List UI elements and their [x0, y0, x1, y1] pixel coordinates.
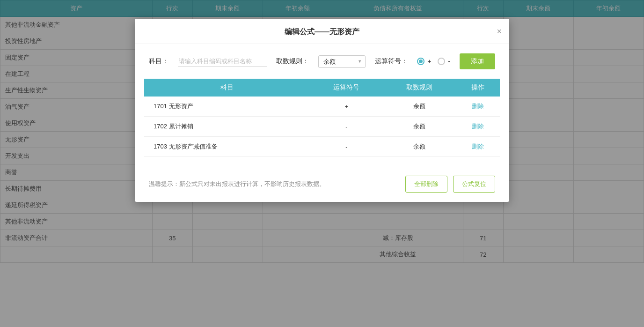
operator-plus-label: +: [427, 58, 431, 65]
modal-overlay: 编辑公式——无形资产 × 科目： 取数规则： 余额 借方发生额 贷方发生额 运算…: [0, 0, 644, 327]
formula-subject: 1702 累计摊销: [144, 117, 310, 137]
subject-input[interactable]: [178, 56, 267, 67]
radio-minus-circle: [438, 58, 445, 65]
th-subject: 科目: [144, 79, 310, 97]
edit-formula-modal: 编辑公式——无形资产 × 科目： 取数规则： 余额 借方发生额 贷方发生额 运算…: [135, 19, 509, 202]
formula-row: 1703 无形资产减值准备 - 余额 删除: [144, 137, 500, 157]
modal-header: 编辑公式——无形资产 ×: [135, 19, 509, 44]
modal-footer: 温馨提示：新公式只对未出报表进行计算，不影响历史报表数据。 全部删除 公式复位: [135, 166, 509, 202]
operator-minus-label: -: [448, 58, 450, 65]
formula-subject: 1703 无形资产减值准备: [144, 137, 310, 157]
subject-label: 科目：: [149, 57, 168, 66]
formula-form: 科目： 取数规则： 余额 借方发生额 贷方发生额 运算符号： +: [135, 44, 509, 79]
th-operator: 运算符号: [310, 79, 383, 97]
operator-label: 运算符号：: [375, 57, 408, 66]
formula-operator: -: [310, 137, 383, 157]
formula-operator: +: [310, 97, 383, 117]
th-action: 操作: [455, 79, 500, 97]
delete-link[interactable]: 删除: [472, 103, 484, 110]
formula-operator: -: [310, 117, 383, 137]
formula-rule: 余额: [383, 117, 455, 137]
footer-tip: 温馨提示：新公式只对未出报表进行计算，不影响历史报表数据。: [149, 180, 325, 188]
formula-row: 1701 无形资产 + 余额 删除: [144, 97, 500, 117]
formula-table: 科目 运算符号 取数规则 操作 1701 无形资产 + 余额 删除 1702 累…: [144, 79, 500, 157]
operator-minus-radio[interactable]: -: [438, 58, 450, 65]
delete-link[interactable]: 删除: [472, 123, 484, 130]
rule-label: 取数规则：: [276, 57, 309, 66]
rule-select-wrap: 余额 借方发生额 贷方发生额: [318, 55, 366, 68]
formula-table-wrap: 科目 运算符号 取数规则 操作 1701 无形资产 + 余额 删除 1702 累…: [135, 79, 509, 157]
footer-buttons: 全部删除 公式复位: [405, 176, 495, 193]
modal-title: 编辑公式——无形资产: [285, 28, 359, 36]
formula-rule: 余额: [383, 97, 455, 117]
formula-row: 1702 累计摊销 - 余额 删除: [144, 117, 500, 137]
add-button[interactable]: 添加: [460, 53, 495, 69]
rule-select[interactable]: 余额 借方发生额 贷方发生额: [318, 55, 366, 68]
operator-radio-group: + -: [417, 58, 450, 65]
operator-plus-radio[interactable]: +: [417, 58, 431, 65]
formula-rule: 余额: [383, 137, 455, 157]
formula-action: 删除: [455, 137, 500, 157]
delete-link[interactable]: 删除: [472, 143, 484, 150]
radio-plus-circle: [417, 58, 424, 65]
th-rule: 取数规则: [383, 79, 455, 97]
formula-action: 删除: [455, 97, 500, 117]
delete-all-button[interactable]: 全部删除: [405, 176, 447, 193]
reset-formula-button[interactable]: 公式复位: [453, 176, 495, 193]
formula-action: 删除: [455, 117, 500, 137]
table-header-row: 科目 运算符号 取数规则 操作: [144, 79, 500, 97]
modal-close-button[interactable]: ×: [497, 27, 502, 36]
formula-subject: 1701 无形资产: [144, 97, 310, 117]
